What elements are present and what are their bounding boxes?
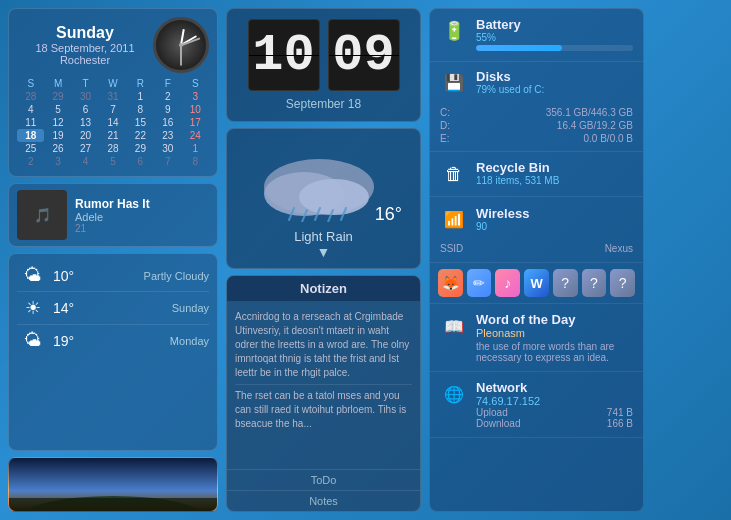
flip-clock: 10 09 September 18	[226, 8, 421, 122]
flip-hour: 10	[248, 19, 320, 91]
weather-label: Light Rain	[235, 229, 412, 244]
wireless-title: Wireless	[476, 206, 529, 221]
track-title: Rumor Has It	[75, 197, 150, 211]
forecast-label-0: Partly Cloudy	[144, 270, 209, 282]
artist-name: Adele	[75, 211, 150, 223]
wotd-icon: 📖	[440, 312, 468, 340]
calendar-widget: Sunday 18 September, 2011 Rochester SMTW…	[8, 8, 218, 177]
wotd-word: Pleonasm	[476, 327, 633, 339]
music-icon[interactable]: ♪	[495, 269, 520, 297]
network-download-label: Download	[476, 418, 520, 429]
forecast-temp-1: 14°	[53, 300, 172, 316]
left-panel: Sunday 18 September, 2011 Rochester SMTW…	[8, 8, 218, 512]
mid-panel: 10 09 September 18 16° Light Rain ▼	[226, 8, 421, 512]
disks-header: 💾 Disks 79% used of C:	[440, 68, 633, 96]
day-name: Sunday	[17, 24, 153, 42]
battery-percent: 55%	[476, 32, 633, 43]
disk-row-c: C: 356.1 GB/446.3 GB	[440, 106, 633, 119]
disks-detail: C: 356.1 GB/446.3 GB D: 16.4 GB/19.2 GB …	[440, 106, 633, 145]
svg-point-4	[24, 496, 202, 512]
network-ip: 74.69.17.152	[476, 395, 633, 407]
notizen-title: Notizen	[227, 276, 420, 302]
wireless-signal: 90	[476, 221, 529, 232]
cal-title: Sunday 18 September, 2011 Rochester	[17, 24, 153, 66]
forecast-temp-2: 19°	[53, 333, 170, 349]
word-icon[interactable]: W	[524, 269, 549, 297]
network-download-row: Download 166 B	[476, 418, 633, 429]
battery-info: Battery 55%	[476, 17, 633, 53]
notizen-divider	[235, 384, 412, 385]
weather-temp: 16°	[375, 204, 402, 225]
notizen-widget: Notizen Accnirdog to a rerseach at Crgim…	[226, 275, 421, 512]
disk-d-letter: D:	[440, 120, 450, 131]
forecast-row-1: ☀ 14° Sunday	[17, 292, 209, 325]
track-num: 21	[75, 223, 150, 234]
cal-header: Sunday 18 September, 2011 Rochester	[17, 17, 209, 73]
cal-grid: SMTWRFS 28293031123456789101112131415161…	[17, 77, 209, 168]
clock-face	[153, 17, 209, 73]
help3-icon[interactable]: ?	[610, 269, 635, 297]
battery-title: Battery	[476, 17, 633, 32]
right-panel: 🔋 Battery 55% 💾 Disks 79% used of C: C: …	[429, 8, 644, 512]
help1-icon[interactable]: ?	[553, 269, 578, 297]
notizen-notes[interactable]: Notes	[227, 490, 420, 511]
network-upload-val: 741 B	[607, 407, 633, 418]
flip-digits: 10 09	[237, 19, 410, 91]
weather-arrow-icon: ▼	[235, 244, 412, 260]
battery-icon: 🔋	[440, 17, 468, 45]
forecast-icon-1: ☀	[17, 297, 49, 319]
disks-sub: 79% used of C:	[476, 84, 544, 95]
forecast-temp-0: 10°	[53, 268, 144, 284]
recycle-item: 🗑 Recycle Bin 118 items, 531 MB	[430, 152, 643, 197]
edit-icon[interactable]: ✏	[467, 269, 492, 297]
disk-c-letter: C:	[440, 107, 450, 118]
forecast-label-1: Sunday	[172, 302, 209, 314]
firefox-icon[interactable]: 🦊	[438, 269, 463, 297]
forecast-icon-0: 🌤	[17, 265, 49, 286]
notizen-text2: The rset can be a tatol mses and you can…	[235, 389, 412, 431]
wotd-item: 📖 Word of the Day Pleonasm the use of mo…	[430, 304, 643, 372]
music-art: 🎵	[17, 190, 67, 240]
disks-item: 💾 Disks 79% used of C: C: 356.1 GB/446.3…	[430, 62, 643, 152]
network-icon: 🌐	[440, 380, 468, 408]
svg-point-8	[299, 179, 369, 215]
music-widget: 🎵 Rumor Has It Adele 21	[8, 183, 218, 247]
help2-icon[interactable]: ?	[582, 269, 607, 297]
forecast-row-0: 🌤 10° Partly Cloudy	[17, 260, 209, 292]
disk-row-e: E: 0.0 B/0.0 B	[440, 132, 633, 145]
disk-d-size: 16.4 GB/19.2 GB	[557, 120, 633, 131]
battery-progress-fill	[476, 45, 562, 51]
recycle-title: Recycle Bin	[476, 160, 633, 175]
city: Rochester	[17, 54, 153, 66]
wireless-ssid-label: SSID	[440, 243, 463, 254]
flip-date: September 18	[237, 97, 410, 111]
battery-item: 🔋 Battery 55%	[430, 9, 643, 62]
flip-minute: 09	[328, 19, 400, 91]
network-item: 🌐 Network 74.69.17.152 Upload 741 B Down…	[430, 372, 643, 438]
wireless-item: 📶 Wireless 90 SSID Nexus	[430, 197, 643, 263]
date-line: 18 September, 2011	[17, 42, 153, 54]
disks-icon: 💾	[440, 68, 468, 96]
network-title: Network	[476, 380, 633, 395]
disk-row-d: D: 16.4 GB/19.2 GB	[440, 119, 633, 132]
wireless-icon: 📶	[440, 205, 468, 233]
forecast-row-2: 🌤 19° Monday	[17, 325, 209, 356]
forecast-label-2: Monday	[170, 335, 209, 347]
recycle-icon: 🗑	[440, 160, 468, 188]
network-download-val: 166 B	[607, 418, 633, 429]
battery-progress-wrap	[476, 45, 633, 51]
svg-point-2	[179, 43, 183, 47]
wireless-ssid-row: SSID Nexus	[440, 243, 633, 254]
wotd-info: Word of the Day Pleonasm the use of more…	[476, 312, 633, 363]
wotd-desc: the use of more words than are necessary…	[476, 341, 633, 363]
svg-rect-3	[9, 458, 217, 512]
recycle-info: Recycle Bin 118 items, 531 MB	[476, 160, 633, 186]
disk-e-size: 0.0 B/0.0 B	[584, 133, 633, 144]
disks-title: Disks	[476, 69, 544, 84]
disk-c-size: 356.1 GB/446.3 GB	[546, 107, 633, 118]
notizen-todo[interactable]: ToDo	[227, 469, 420, 490]
forecast-widget: 🌤 10° Partly Cloudy ☀ 14° Sunday 🌤 19° M…	[8, 253, 218, 451]
notizen-body: Accnirdog to a rerseach at Crgimbade Uti…	[227, 302, 420, 469]
network-info: Network 74.69.17.152 Upload 741 B Downlo…	[476, 380, 633, 429]
music-info: Rumor Has It Adele 21	[75, 197, 150, 234]
